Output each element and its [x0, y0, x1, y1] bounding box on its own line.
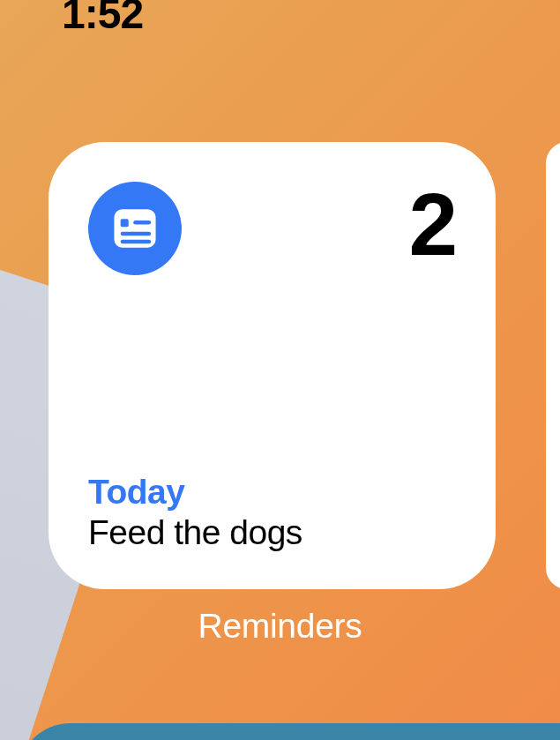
widget-header: 2 — [88, 182, 456, 275]
reminder-count: 2 — [408, 180, 456, 268]
calendar-today-icon — [109, 203, 161, 254]
reminders-widget[interactable]: 2 Today Feed the dogs — [49, 142, 496, 589]
list-title: Today — [88, 473, 456, 512]
svg-rect-1 — [121, 219, 129, 227]
svg-rect-3 — [121, 232, 151, 236]
svg-rect-4 — [121, 240, 151, 244]
widget-app-label: Reminders — [0, 607, 560, 646]
widget-footer: Today Feed the dogs — [88, 473, 456, 552]
adjacent-widget-peek[interactable] — [546, 142, 560, 589]
status-bar-time: 1:52 — [62, 0, 143, 38]
today-list-icon — [88, 182, 182, 275]
svg-rect-2 — [133, 221, 151, 225]
dock-peek — [18, 723, 560, 740]
first-reminder-title: Feed the dogs — [88, 513, 456, 552]
